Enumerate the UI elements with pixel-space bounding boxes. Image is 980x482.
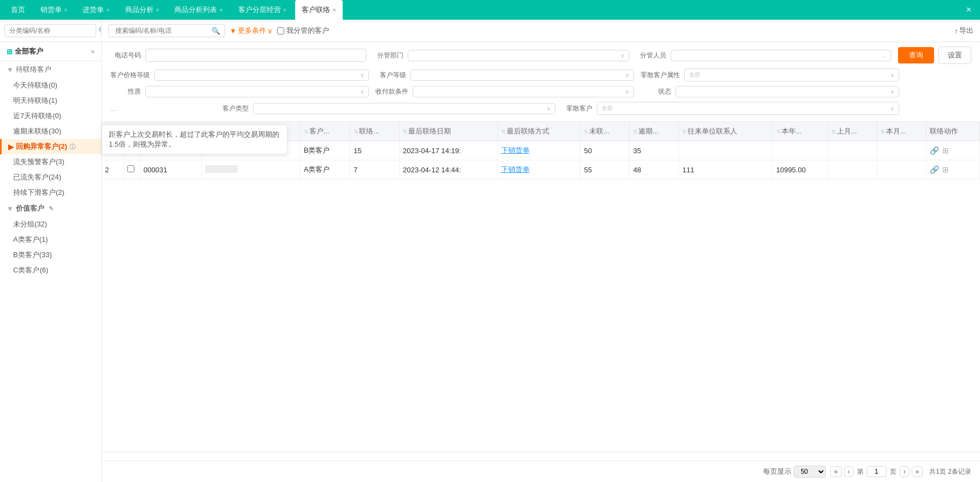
row2-checkbox[interactable] [124, 160, 140, 179]
my-customer-checkbox[interactable] [277, 27, 284, 34]
col-level: ⇅ 客户... [300, 122, 350, 141]
row1-last-month [828, 141, 877, 160]
nav-sales[interactable]: 销货单 × [34, 0, 74, 20]
settings-button[interactable]: 设置 [938, 47, 971, 64]
sidebar-group-value-customer[interactable]: ▼ 价值客户 ✎ [0, 200, 101, 217]
edit-icon[interactable]: ✎ [49, 205, 54, 212]
nav-purchase[interactable]: 进货单 × [76, 0, 116, 20]
payment-label: 收付款条件 [375, 87, 408, 96]
filter-search-icon[interactable]: 🔍 [212, 27, 220, 35]
col-last-date-sort[interactable]: ⇅ [403, 129, 407, 135]
col-uncontacted-sort[interactable]: ⇅ [584, 129, 588, 135]
payment-select[interactable]: ∨ [413, 86, 634, 97]
per-page-select[interactable]: 50 100 200 [794, 466, 826, 478]
info-icon[interactable]: ⓘ [69, 143, 75, 151]
last-page-button[interactable]: » [912, 466, 923, 477]
row2-action-link[interactable]: 🔗 [930, 165, 939, 174]
query-button[interactable]: 查询 [898, 47, 934, 63]
sidebar-group-repurchase-abnormal[interactable]: ▶ 回购异常客户(2) ⓘ [0, 139, 101, 154]
row1-this-year [772, 141, 828, 160]
scattered-customer-select[interactable]: 全部∨ [597, 102, 899, 115]
nature-select[interactable]: ∨ [145, 86, 369, 97]
customer-level-select[interactable]: ∨ [410, 69, 634, 81]
sidebar-item-tomorrow[interactable]: 明天待联络(1) [0, 93, 101, 108]
manager-label: 分管人员 [636, 51, 666, 60]
next-page-button[interactable]: › [900, 466, 909, 477]
sidebar-item-class-c[interactable]: C类客户(6) [0, 263, 101, 278]
window-close-button[interactable]: × [962, 5, 976, 15]
row1-action-link[interactable]: 🔗 [930, 146, 939, 155]
more-dots[interactable]: ... [882, 53, 887, 59]
first-page-button[interactable]: « [830, 466, 842, 477]
filter-icon: ▼ [230, 27, 237, 35]
filter-more-conditions[interactable]: ▼ 更多条件 ∨ [230, 26, 273, 36]
row2-code: 000031 [140, 160, 202, 179]
dept-select[interactable]: ∨ [408, 50, 629, 61]
col-contact-sort[interactable]: ⇅ [354, 129, 358, 135]
row2-this-year: 10995.00 [772, 160, 828, 179]
row1-last-way[interactable]: 下销货单 [497, 141, 580, 160]
filter-my-customer[interactable]: 我分管的客户 [277, 26, 329, 36]
phone-input[interactable] [145, 49, 366, 62]
row2-action-grid[interactable]: ⊞ [942, 165, 949, 174]
col-level-sort[interactable]: ⇅ [304, 129, 308, 135]
col-last-month: ⇅ 上月... [828, 122, 877, 141]
sidebar-item-today[interactable]: 今天待联络(0) [0, 78, 101, 93]
row1-actions: 🔗 ⊞ [926, 141, 980, 160]
sidebar-item-declining[interactable]: 持续下滑客户(2) [0, 185, 101, 200]
row2-overdue: 48 [630, 160, 679, 179]
sidebar-group-pending[interactable]: ▼ 待联络客户 [0, 61, 101, 78]
sidebar-item-ungrouped[interactable]: 未分组(32) [0, 217, 101, 232]
row1-last-way-link[interactable]: 下销货单 [501, 146, 530, 154]
sidebar-item-class-b[interactable]: B类客户(33) [0, 247, 101, 263]
row1-level: B类客户 [300, 141, 350, 160]
sidebar-search-input[interactable] [4, 24, 96, 37]
customer-type-select[interactable]: ∨ [253, 103, 555, 114]
nav-product-analysis[interactable]: 商品分析 × [119, 0, 166, 20]
status-select[interactable]: ∨ [676, 86, 899, 97]
row1-contact-person [679, 141, 772, 160]
adv-filter-row-1: 电话号码 分管部门 ∨ 分管人员 ... 查询 [110, 47, 971, 64]
status-label: 状态 [641, 87, 671, 96]
nav-home[interactable]: 首页 [4, 0, 32, 20]
filter-search-input[interactable] [113, 25, 212, 37]
more-options-dots[interactable]: ... [110, 104, 116, 113]
prev-page-button[interactable]: ‹ [844, 466, 854, 477]
row1-action-grid[interactable]: ⊞ [942, 146, 949, 155]
col-this-year-sort[interactable]: ⇅ [776, 129, 781, 135]
page-number-input[interactable] [867, 466, 887, 477]
price-level-select[interactable]: ∨ [154, 69, 369, 81]
scattered-attr-label: 零散客户属性 [641, 71, 680, 80]
filter-buttons: 查询 设置 [898, 47, 971, 64]
top-nav: 首页 销货单 × 进货单 × 商品分析 × 商品分析列表 × 客户分层经营 × … [0, 0, 980, 20]
sidebar-item-churned[interactable]: 已流失客户(24) [0, 170, 101, 185]
col-last-way-sort[interactable]: ⇅ [501, 129, 506, 135]
field-dept: 分管部门 ∨ [373, 50, 629, 61]
export-button[interactable]: ↑ 导出 [955, 26, 974, 36]
row2-last-way[interactable]: 下销货单 [497, 160, 580, 179]
col-this-month-sort[interactable]: ⇅ [881, 129, 885, 135]
nav-customer-contact[interactable]: 客户联络 × [295, 0, 342, 20]
manager-select[interactable]: ... [671, 50, 891, 61]
sidebar-item-7days[interactable]: 近7天待联络(0) [0, 108, 101, 124]
sidebar-item-churn-warning[interactable]: 流失预警客户(3) [0, 154, 101, 170]
sidebar-collapse-icon[interactable]: » [91, 48, 95, 55]
nav-product-list[interactable]: 商品分析列表 × [168, 0, 229, 20]
nav-product-analysis-close[interactable]: × [156, 7, 159, 13]
nav-product-list-close[interactable]: × [219, 7, 222, 13]
nav-purchase-close[interactable]: × [106, 7, 109, 13]
sidebar-item-class-a[interactable]: A类客户(1) [0, 232, 101, 247]
col-overdue-sort[interactable]: ⇅ [633, 129, 637, 135]
nav-customer-tier[interactable]: 客户分层经营 × [232, 0, 293, 20]
col-last-month-sort[interactable]: ⇅ [831, 129, 836, 135]
scattered-attr-select[interactable]: 全部∨ [684, 68, 899, 82]
sidebar-item-overdue[interactable]: 逾期未联络(30) [0, 124, 101, 139]
nav-sales-close[interactable]: × [64, 7, 67, 13]
row2-select[interactable] [127, 165, 134, 172]
row2-name-blurred [205, 165, 238, 173]
row2-last-way-link[interactable]: 下销货单 [501, 165, 530, 173]
col-contact-person-sort[interactable]: ⇅ [682, 129, 686, 135]
nav-customer-contact-close[interactable]: × [332, 7, 336, 13]
horizontal-scrollbar[interactable] [102, 452, 980, 461]
nav-customer-tier-close[interactable]: × [283, 7, 286, 13]
